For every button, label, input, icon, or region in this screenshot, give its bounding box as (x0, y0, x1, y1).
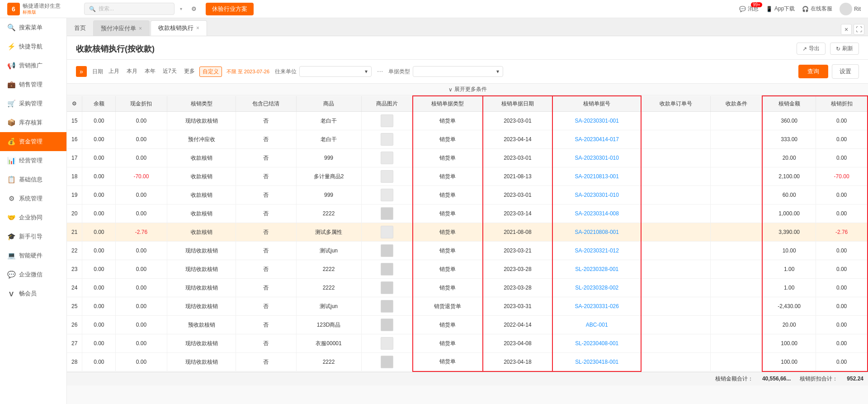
industry-solution-btn[interactable]: 休验行业方案 (206, 3, 254, 15)
settings-icon[interactable]: ⚙ (188, 3, 200, 15)
app-download-btn[interactable]: 📱 App下载 (766, 5, 795, 13)
sidebar-item-sales[interactable]: 💼 销售管理 (0, 75, 66, 94)
bill-no-link[interactable]: SA-20230321-012 (575, 247, 619, 254)
bill-no-link[interactable]: SL-20230408-001 (575, 340, 618, 347)
global-search[interactable]: 🔍 搜索... (84, 3, 175, 15)
bill-no-link[interactable]: SL-20230328-002 (575, 285, 618, 291)
td-bill-no[interactable]: ABC-001 (552, 316, 641, 334)
td-product-img (361, 297, 413, 316)
bill-no-link[interactable]: SA-20230301-010 (575, 155, 619, 161)
date-btn-this-year[interactable]: 本年 (142, 67, 158, 77)
bill-no-link[interactable]: SA-20230301-010 (575, 192, 619, 198)
bill-no-link[interactable]: ABC-001 (586, 322, 608, 328)
td-condition (711, 204, 762, 223)
td-bill-date: 2023-03-21 (483, 242, 552, 260)
service-icon: 🎧 (802, 6, 809, 12)
td-id: 21 (67, 223, 82, 242)
filter-settings-btn[interactable]: 设置 (832, 64, 859, 79)
sidebar-item-hardware[interactable]: 💻 智能硬件 (0, 246, 66, 265)
td-bill-date: 2023-04-08 (483, 334, 552, 353)
query-btn[interactable]: 查询 (798, 65, 828, 78)
td-bill-no[interactable]: SA-20230301-010 (552, 186, 641, 204)
bill-no-link[interactable]: SL-20230328-001 (575, 266, 618, 272)
td-bill-no[interactable]: SA-20230331-026 (552, 297, 641, 316)
search-icon: 🔍 (89, 6, 96, 12)
td-balance: 0.00 (82, 130, 116, 149)
tab-close-btn[interactable]: × (841, 24, 852, 35)
expand-more-btn[interactable]: ∨ 展开更多条件 (448, 86, 487, 93)
bill-no-link[interactable]: SA-20230314-008 (575, 210, 619, 217)
tab-prepayment[interactable]: 预付冲应付单 × (93, 20, 150, 36)
sidebar-item-finance[interactable]: 💰 资金管理 (0, 132, 66, 151)
online-service-btn[interactable]: 🎧 在线客服 (802, 5, 832, 13)
tab-home[interactable]: 首页 (67, 20, 93, 36)
date-btn-this-month[interactable]: 本月 (124, 67, 140, 77)
td-type: 预收款核销 (167, 316, 236, 334)
td-condition (711, 279, 762, 297)
footer-amount-value: 40,556,66... (762, 375, 791, 382)
sidebar-item-system[interactable]: ⚙ 系统管理 (0, 189, 66, 208)
filter-expand-btn[interactable]: » (76, 66, 87, 77)
td-bill-no[interactable]: SA-20230414-017 (552, 130, 641, 149)
td-bill-no[interactable]: SL-20230328-002 (552, 279, 641, 297)
td-bill-no[interactable]: SA-20210808-001 (552, 223, 641, 242)
marketing-icon: 📢 (7, 62, 15, 70)
unit-filter-section: 往来单位 ▾ (275, 66, 372, 77)
export-btn[interactable]: ↗ 导出 (797, 43, 826, 55)
td-bill-no[interactable]: SL-20230408-001 (552, 334, 641, 353)
th-settings[interactable]: ⚙ (67, 96, 82, 112)
user-profile[interactable]: Rit (840, 3, 861, 15)
sidebar-item-wechat[interactable]: 💬 企业微信 (0, 265, 66, 284)
td-bill-no[interactable]: SA-20230301-010 (552, 149, 641, 167)
td-included: 否 (236, 316, 296, 334)
messages-btn[interactable]: 💬 消息 99+ (739, 5, 759, 13)
sidebar-item-marketing[interactable]: 📢 营销推广 (0, 56, 66, 75)
sidebar-item-guide[interactable]: 🎓 新手引导 (0, 227, 66, 246)
bill-no-link[interactable]: SA-20230414-017 (575, 136, 619, 143)
td-bill-no[interactable]: SA-20230321-012 (552, 242, 641, 260)
sidebar-item-shortcuts[interactable]: ⚡ 快捷导航 (0, 37, 66, 56)
wechat-icon: 💬 (7, 271, 15, 279)
refresh-btn[interactable]: ↻ 刷新 (830, 43, 859, 55)
td-type: 预付冲应收 (167, 130, 236, 149)
td-condition (711, 112, 762, 130)
td-bill-no[interactable]: SA-20210813-001 (552, 167, 641, 186)
sidebar-item-member[interactable]: V 畅会员 (0, 284, 66, 303)
td-bill-no[interactable]: SL-20230418-001 (552, 353, 641, 371)
bill-type-select[interactable]: ▾ (413, 66, 503, 77)
filter-bar: » 日期 上月 本月 本年 近7天 更多 自定义 不限 至 2023-07-26 (67, 60, 868, 84)
td-product: 123D商品 (296, 316, 361, 334)
bill-no-link[interactable]: SA-20210813-001 (575, 173, 619, 180)
td-bill-date: 2023-03-28 (483, 279, 552, 297)
date-btn-last-month[interactable]: 上月 (106, 67, 122, 77)
bill-type-arrow: ▾ (496, 68, 499, 75)
unit-select[interactable]: ▾ (299, 66, 372, 77)
td-order-no (641, 353, 711, 371)
bill-no-link[interactable]: SA-20210808-001 (575, 229, 619, 235)
sidebar-item-operations[interactable]: 📊 经营管理 (0, 151, 66, 170)
td-order-no (641, 279, 711, 297)
sidebar-item-inventory[interactable]: 📦 库存核算 (0, 113, 66, 132)
tab-fullscreen-btn[interactable]: ⛶ (854, 24, 864, 35)
td-bill-no[interactable]: SA-20230314-008 (552, 204, 641, 223)
td-discount: 0.00 (116, 260, 167, 279)
sidebar-item-basic-info[interactable]: 📋 基础信息 (0, 170, 66, 189)
search-dropdown-arrow[interactable]: ▾ (180, 6, 182, 11)
expand-more-row: ∨ 展开更多条件 (67, 84, 868, 95)
tab-close-prepayment[interactable]: × (139, 26, 142, 31)
td-bill-type: 销货单 (413, 130, 482, 149)
td-bill-no[interactable]: SL-20230328-001 (552, 260, 641, 279)
sidebar-item-purchase[interactable]: 🛒 采购管理 (0, 94, 66, 113)
td-bill-no[interactable]: SA-20230301-001 (552, 112, 641, 130)
tab-writeoff[interactable]: 收款核销执行 × (151, 20, 207, 36)
bill-no-link[interactable]: SA-20230301-001 (575, 118, 619, 124)
sidebar-item-search[interactable]: 🔍 搜索菜单 (0, 18, 66, 37)
date-btn-more[interactable]: 更多 (181, 67, 198, 77)
date-btn-custom[interactable]: 自定义 (199, 67, 222, 77)
td-id: 22 (67, 242, 82, 260)
bill-no-link[interactable]: SA-20230331-026 (575, 303, 619, 309)
sidebar-item-collaboration[interactable]: 🤝 企业协同 (0, 208, 66, 227)
date-btn-7days[interactable]: 近7天 (160, 67, 179, 77)
tab-close-writeoff[interactable]: × (196, 25, 199, 31)
bill-no-link[interactable]: SL-20230418-001 (575, 359, 618, 365)
